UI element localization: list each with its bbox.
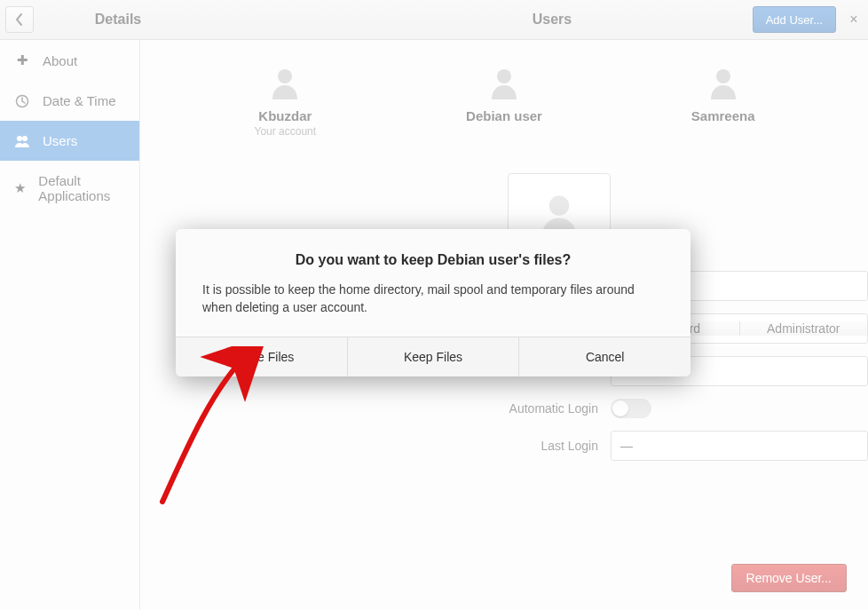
keep-files-button[interactable]: Keep Files xyxy=(348,337,520,376)
cancel-button[interactable]: Cancel xyxy=(519,337,690,376)
confirm-delete-dialog: Do you want to keep Debian user's files?… xyxy=(176,229,690,376)
dialog-message: It is possible to keep the home director… xyxy=(202,281,664,317)
delete-files-button[interactable]: Delete Files xyxy=(176,337,348,376)
dialog-title: Do you want to keep Debian user's files? xyxy=(202,252,664,268)
